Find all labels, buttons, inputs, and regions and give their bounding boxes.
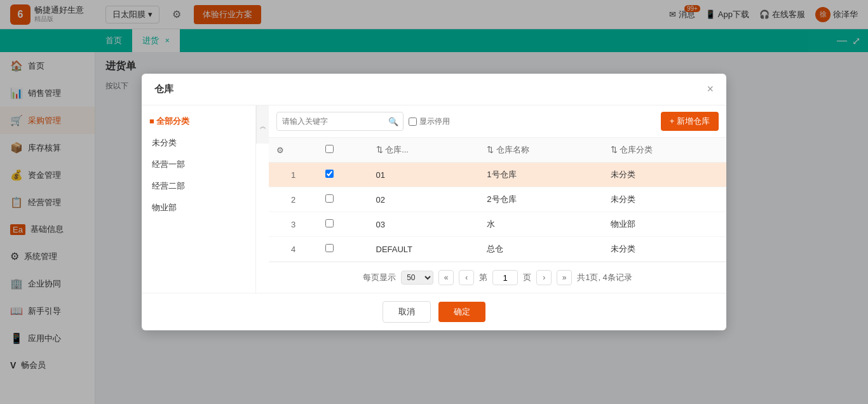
search-input[interactable] [276,112,403,131]
prev-page-button[interactable]: ‹ [459,270,474,285]
row-code: DEFAULT [369,237,480,262]
row-actions[interactable]: 1 [269,163,318,187]
col-settings: ⚙ [269,138,318,163]
page-word: 第 [479,272,487,283]
col-check [318,138,368,163]
collapse-button[interactable]: 《 [256,105,269,144]
category-item-property[interactable]: 物业部 [142,197,255,219]
sort-icon-cat: ⇅ [611,145,618,154]
last-page-icon: » [562,273,567,282]
table-row[interactable]: 2 02 2号仓库 未分类 [269,187,726,212]
search-wrapper: 🔍 [276,112,403,131]
row-actions[interactable]: 3 [269,212,318,237]
row-checkbox[interactable] [325,244,334,252]
row-category: 物业部 [603,212,726,237]
table-row[interactable]: 3 03 水 物业部 [269,212,726,237]
category-item-ops2[interactable]: 经营二部 [142,175,255,197]
row-checkbox[interactable] [325,219,334,227]
table-header: ⚙ ⇅ 仓库... ⇅ 仓库名称 [269,138,726,163]
row-category: 未分类 [603,163,726,187]
table-body: 1 01 1号仓库 未分类 2 02 2号仓库 未分类 3 03 水 物业部 4 [269,163,726,262]
all-categories-item[interactable]: ■ 全部分类 [142,111,255,132]
sort-icon: ⇅ [376,145,383,154]
modal-footer: 取消 确定 [142,293,726,330]
pagination: 每页显示 50 20 100 « ‹ 第 页 [269,262,726,293]
page-label: 页 [523,272,531,283]
category-item-ops1[interactable]: 经营一部 [142,154,255,175]
show-disabled-checkbox[interactable]: 显示停用 [409,116,450,127]
search-icon[interactable]: 🔍 [388,117,398,126]
modal-close-button[interactable]: × [707,83,714,96]
row-checkbox-cell [318,187,368,212]
table-row[interactable]: 1 01 1号仓库 未分类 [269,163,726,187]
row-actions[interactable]: 2 [269,187,318,212]
row-name: 总仓 [479,237,602,262]
row-actions[interactable]: 4 [269,237,318,262]
prev-page-icon: ‹ [465,273,468,282]
total-info: 共1页, 4条记录 [577,272,632,283]
warehouse-table: ⚙ ⇅ 仓库... ⇅ 仓库名称 [269,138,726,262]
last-page-button[interactable]: » [557,270,572,285]
modal-title: 仓库 [154,83,173,95]
row-checkbox-cell [318,237,368,262]
select-all-checkbox[interactable] [325,145,334,153]
show-disabled-label: 显示停用 [419,116,450,127]
warehouse-modal: 仓库 × ■ 全部分类 未分类 经营一部 经营二部 物业部 [142,74,726,330]
page-size-label: 每页显示 [363,272,396,283]
row-checkbox[interactable] [325,194,334,203]
col-code: ⇅ 仓库... [369,138,480,163]
row-category: 未分类 [603,187,726,212]
row-checkbox[interactable] [325,170,334,178]
row-name: 2号仓库 [479,187,602,212]
col-category: ⇅ 仓库分类 [603,138,726,163]
settings-col-icon: ⚙ [276,145,284,155]
page-number-input[interactable] [492,270,518,285]
row-category: 未分类 [603,237,726,262]
table-toolbar: 🔍 显示停用 + 新增仓库 [269,105,726,138]
add-warehouse-button[interactable]: + 新增仓库 [661,112,719,131]
row-name: 水 [479,212,602,237]
table-row[interactable]: 4 DEFAULT 总仓 未分类 [269,237,726,262]
modal-overlay[interactable]: 仓库 × ■ 全部分类 未分类 经营一部 经营二部 物业部 [0,0,868,404]
cancel-button[interactable]: 取消 [383,301,431,323]
all-categories-label: ■ 全部分类 [149,116,189,127]
row-code: 01 [369,163,480,187]
modal-body: ■ 全部分类 未分类 经营一部 经营二部 物业部 《 [142,105,726,293]
next-page-icon: › [543,273,545,282]
show-disabled-check[interactable] [409,118,417,126]
row-name: 1号仓库 [479,163,602,187]
next-page-button[interactable]: › [536,270,552,285]
first-page-icon: « [444,273,449,282]
modal-header: 仓库 × [142,74,726,105]
row-checkbox-cell [318,163,368,187]
row-code: 02 [369,187,480,212]
first-page-button[interactable]: « [438,270,454,285]
sort-icon-name: ⇅ [487,145,494,154]
confirm-button[interactable]: 确定 [438,302,485,322]
category-item-uncategorized[interactable]: 未分类 [142,132,255,154]
page-size-select[interactable]: 50 20 100 [401,271,433,285]
category-sidebar: ■ 全部分类 未分类 经营一部 经营二部 物业部 [142,105,256,293]
col-name: ⇅ 仓库名称 [479,138,602,163]
table-area: 🔍 显示停用 + 新增仓库 ⚙ [269,105,726,293]
row-code: 03 [369,212,480,237]
row-checkbox-cell [318,212,368,237]
data-table: ⚙ ⇅ 仓库... ⇅ 仓库名称 [269,138,726,262]
